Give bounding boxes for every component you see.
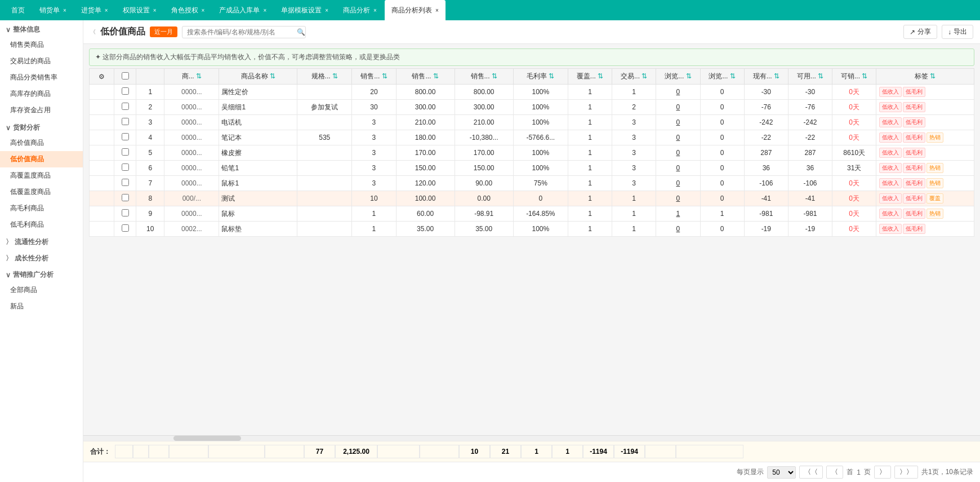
nav-product-analysis[interactable]: 商品分析 × [336,0,384,20]
view-link[interactable]: 0 [676,194,680,202]
view1-cell[interactable]: 0 [656,85,700,100]
close-icon[interactable]: × [153,7,157,14]
view1-col-header[interactable]: 浏览... ⇅ [656,69,700,85]
row-checkbox[interactable] [122,148,129,156]
view-link[interactable]: 0 [676,88,680,96]
check-cell[interactable] [114,130,136,145]
sidebar-group-marketing[interactable]: ∨ 营销推广分析 [0,266,83,282]
view1-cell[interactable]: 0 [656,100,700,115]
sidebar-item-inventory-capital[interactable]: 库存资金占用 [0,102,83,118]
sale2-col-header[interactable]: 销售... ⇅ [455,69,513,85]
next-page-btn[interactable]: 〉 [874,466,891,479]
close-icon[interactable]: × [435,7,439,14]
row-checkbox[interactable] [122,163,129,171]
check-cell[interactable] [114,206,136,222]
first-page-btn[interactable]: 〈〈 [799,466,823,479]
view1-cell[interactable]: 0 [656,115,700,130]
close-icon[interactable]: × [373,7,377,14]
view-link[interactable]: 0 [676,118,680,126]
view-link[interactable]: 1 [676,210,680,218]
nav-home[interactable]: 首页 [5,0,32,20]
stock2-col-header[interactable]: 可用... ⇅ [788,69,832,85]
sidebar-item-all-products[interactable]: 全部商品 [0,282,83,298]
view1-cell[interactable]: 0 [656,191,700,206]
sidebar-item-high-value[interactable]: 高价值商品 [0,135,83,151]
search-input[interactable] [182,26,306,38]
stock1-col-header[interactable]: 现有... ⇅ [744,69,788,85]
prev-page-btn[interactable]: 〈 [826,466,843,479]
spec-col-header[interactable]: 规格... ⇅ [297,69,352,85]
name-col-header[interactable]: 商品名称 ⇅ [219,69,297,85]
view-link[interactable]: 0 [676,149,680,157]
share-button[interactable]: ↗ 分享 [903,25,937,39]
qty-col-header[interactable]: 销售... ⇅ [352,69,396,85]
settings-col-header[interactable]: ⚙ [90,69,114,85]
nav-purchase[interactable]: 进货单 × [74,0,115,20]
sidebar-group-growth[interactable]: 〉 成长性分析 [0,249,83,266]
cov-col-header[interactable]: 覆盖... ⇅ [568,69,612,85]
view1-cell[interactable]: 0 [656,145,700,161]
view1-cell[interactable]: 1 [656,206,700,222]
nav-sales-order[interactable]: 销货单 × [33,0,73,20]
horizontal-scrollbar[interactable] [83,435,980,441]
row-checkbox[interactable] [122,118,129,125]
check-cell[interactable] [114,85,136,100]
check-cell[interactable] [114,115,136,130]
stock3-col-header[interactable]: 可销... ⇅ [832,69,876,85]
sidebar-item-low-value[interactable]: 低价值商品 [0,151,83,167]
close-icon[interactable]: × [263,7,266,14]
view-link[interactable]: 0 [676,103,680,111]
sidebar-item-category-sales[interactable]: 商品分类销售率 [0,69,83,86]
check-col-header[interactable] [114,69,136,85]
sidebar-item-high-inventory[interactable]: 高库存的商品 [0,86,83,102]
view-link[interactable]: 0 [676,179,680,187]
check-cell[interactable] [114,176,136,191]
view-link[interactable]: 0 [676,134,680,141]
view2-col-header[interactable]: 浏览... ⇅ [700,69,744,85]
close-icon[interactable]: × [105,7,108,14]
view1-cell[interactable]: 0 [656,161,700,176]
per-page-select[interactable]: 50 100 [767,466,796,479]
last-page-btn[interactable]: 〉〉 [894,466,918,479]
row-checkbox[interactable] [122,224,129,232]
sidebar-item-high-coverage[interactable]: 高覆盖度商品 [0,167,83,184]
sidebar-item-sales-products[interactable]: 销售类商品 [0,37,83,53]
check-cell[interactable] [114,161,136,176]
check-cell[interactable] [114,222,136,237]
scrollbar-thumb[interactable] [173,436,241,441]
sidebar-group-liquidity[interactable]: 〉 流通性分析 [0,233,83,249]
row-checkbox[interactable] [122,194,129,201]
row-checkbox[interactable] [122,179,129,186]
check-cell[interactable] [114,145,136,161]
nav-template[interactable]: 单据模板设置 × [274,0,335,20]
tags-col-header[interactable]: 标签 ⇅ [876,69,974,85]
row-checkbox[interactable] [122,87,129,95]
row-checkbox[interactable] [122,103,129,110]
sidebar-item-traded-products[interactable]: 交易过的商品 [0,53,83,69]
nav-product-in[interactable]: 产成品入库单 × [212,0,273,20]
close-icon[interactable]: × [202,7,205,14]
close-icon[interactable]: × [325,7,328,14]
view1-cell[interactable]: 0 [656,176,700,191]
export-button[interactable]: ↓ 导出 [942,25,973,39]
code-col-header[interactable]: 商... ⇅ [164,69,219,85]
sidebar-item-high-profit[interactable]: 高毛利商品 [0,200,83,216]
nav-permission[interactable]: 权限设置 × [116,0,163,20]
select-all-checkbox[interactable] [122,72,129,79]
sidebar-collapse-btn[interactable]: 《 [90,28,96,36]
rate-col-header[interactable]: 毛利率 ⇅ [513,69,568,85]
sidebar-item-low-coverage[interactable]: 低覆盖度商品 [0,184,83,200]
trade-col-header[interactable]: 交易... ⇅ [612,69,656,85]
row-checkbox[interactable] [122,133,129,140]
nav-role[interactable]: 角色授权 × [164,0,212,20]
sidebar-item-new-products[interactable]: 新品 [0,298,83,315]
sidebar-group-overall[interactable]: ∨ 整体信息 [0,20,83,37]
view1-cell[interactable]: 0 [656,222,700,237]
check-cell[interactable] [114,100,136,115]
nav-product-analysis-list[interactable]: 商品分析列表 × [385,0,446,20]
sidebar-item-low-profit[interactable]: 低毛利商品 [0,216,83,233]
view1-cell[interactable]: 0 [656,130,700,145]
check-cell[interactable] [114,191,136,206]
view-link[interactable]: 0 [676,164,680,172]
sale1-col-header[interactable]: 销售... ⇅ [396,69,455,85]
